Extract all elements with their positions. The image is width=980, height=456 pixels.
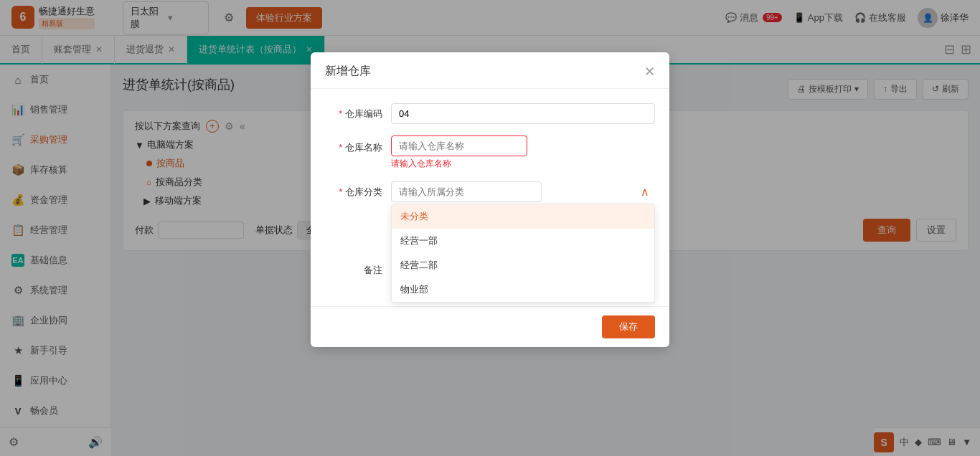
new-warehouse-modal: 新增仓库 ✕ 仓库编码 仓库名称 请输入仓库名称 仓库分类 [311,52,669,347]
form-row-category: 仓库分类 ∧ 未分类 经营一部 经营二部 物业部 [325,181,655,202]
code-label: 仓库编码 [325,103,382,120]
modal-footer: 保存 [311,306,669,347]
modal-close-button[interactable]: ✕ [644,64,655,80]
save-button[interactable]: 保存 [602,315,655,338]
category-input[interactable] [391,181,542,202]
code-input[interactable] [391,103,655,124]
dropdown-item-uncategorized[interactable]: 未分类 [392,204,654,229]
modal-overlay: 新增仓库 ✕ 仓库编码 仓库名称 请输入仓库名称 仓库分类 [0,0,980,456]
notes-label: 备注 [325,260,382,277]
name-input[interactable] [391,136,527,156]
form-row-name: 仓库名称 请输入仓库名称 [325,136,655,170]
category-label: 仓库分类 [325,181,382,199]
modal-header: 新增仓库 ✕ [311,52,669,89]
name-error-msg: 请输入仓库名称 [391,158,451,170]
dropdown-item-dept1[interactable]: 经营一部 [392,229,654,253]
category-dropdown-arrow[interactable]: ∧ [641,185,649,199]
form-row-code: 仓库编码 [325,103,655,124]
dropdown-item-property[interactable]: 物业部 [392,277,654,302]
category-dropdown-list: 未分类 经营一部 经营二部 物业部 [391,204,655,303]
category-wrapper: ∧ 未分类 经营一部 经营二部 物业部 [391,181,655,202]
modal-title: 新增仓库 [325,64,371,79]
dropdown-item-dept2[interactable]: 经营二部 [392,253,654,277]
modal-body: 仓库编码 仓库名称 请输入仓库名称 仓库分类 ∧ 未分类 [311,89,669,306]
name-label: 仓库名称 [325,137,382,154]
